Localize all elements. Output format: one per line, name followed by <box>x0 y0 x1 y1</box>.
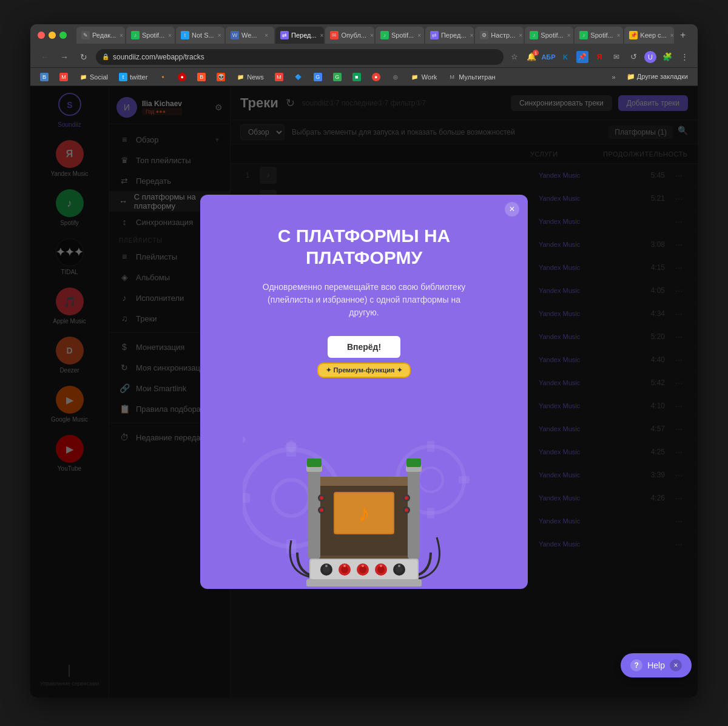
mail-icon[interactable]: ✉ <box>610 51 622 63</box>
modal-close-button[interactable]: × <box>505 202 519 217</box>
address-icons: ☆ 🔔1 АБP K 📌 Я ✉ ↺ U 🧩 ⋮ <box>508 51 690 63</box>
tab-favicon-3: t <box>181 31 189 39</box>
bookmarks-other-folder[interactable]: 📁 Другие закладки <box>623 72 692 82</box>
new-tab-button[interactable]: + <box>675 27 690 44</box>
bookmark-favicon-reddit: 👽 <box>217 73 225 81</box>
tab-close-5[interactable]: × <box>319 32 325 39</box>
modal-description: Одновременно перемещайте всю свою библио… <box>261 281 467 319</box>
forward-button[interactable]: → <box>57 50 72 64</box>
tab-label-11: Spotif... <box>590 32 613 39</box>
bookmark-item3[interactable]: 🔷 <box>291 72 306 82</box>
help-widget[interactable]: ? Help × <box>621 653 692 677</box>
bookmark-star-icon[interactable]: ☆ <box>508 51 521 63</box>
tab-close-6[interactable]: × <box>369 32 374 39</box>
ssl-lock-icon: 🔒 <box>102 53 109 60</box>
tab-close-12[interactable]: × <box>669 32 675 39</box>
url-text: soundiiz.com/webapp/tracks <box>113 53 204 61</box>
url-bar[interactable]: 🔒 soundiiz.com/webapp/tracks <box>96 49 504 65</box>
bookmark-gmail2[interactable]: M <box>271 72 287 82</box>
bookmark-google2[interactable]: G <box>329 72 345 82</box>
svg-point-33 <box>405 496 408 500</box>
tab-close-1[interactable]: × <box>118 32 124 39</box>
tab-label-9: Настр... <box>491 32 515 39</box>
bookmark-item4[interactable]: ● <box>368 72 384 82</box>
svg-point-35 <box>405 508 408 512</box>
tab-close-3[interactable]: × <box>217 32 223 39</box>
bookmark-favicon-social: 📁 <box>79 73 87 81</box>
translate-icon[interactable]: АБP <box>542 51 554 63</box>
bookmark-gmail[interactable]: M <box>56 72 72 82</box>
tab-close-8[interactable]: × <box>468 32 474 39</box>
tab-9[interactable]: ⚙ Настр... × <box>475 27 524 44</box>
svg-rect-23 <box>307 459 322 467</box>
tab-3[interactable]: t Not S... × <box>176 27 224 44</box>
svg-rect-18 <box>315 477 413 486</box>
tab-close-9[interactable]: × <box>517 32 524 39</box>
bookmark-google[interactable]: G <box>310 72 326 82</box>
tab-favicon-4: W <box>231 31 239 39</box>
tab-6[interactable]: ✉ Опубл... × <box>325 27 374 44</box>
kaspersky-icon[interactable]: K <box>559 51 571 63</box>
modal-forward-button[interactable]: Вперёд! <box>328 336 400 358</box>
bookmark-sheets[interactable]: ■ <box>349 72 365 82</box>
bookmark-vk[interactable]: В <box>36 72 52 82</box>
tab-close-11[interactable]: × <box>616 32 622 39</box>
tab-favicon-5: ⇄ <box>280 31 289 39</box>
yandex-icon[interactable]: Я <box>593 51 605 63</box>
tab-10[interactable]: ♪ Spotif... × <box>525 27 573 44</box>
user-avatar-icon[interactable]: U <box>644 51 656 63</box>
tab-favicon-12: 📌 <box>629 31 638 39</box>
tab-8[interactable]: ⇄ Перед... × <box>425 27 474 44</box>
maximize-window-btn[interactable] <box>59 32 67 39</box>
svg-rect-15 <box>459 476 470 483</box>
bookmark-news[interactable]: 📁 News <box>232 72 268 82</box>
extension-icon[interactable]: 📌 <box>576 51 588 63</box>
bookmark-reddit[interactable]: 👽 <box>213 72 229 82</box>
extensions-puzzle-icon[interactable]: 🧩 <box>661 51 673 63</box>
svg-rect-20 <box>408 468 420 559</box>
tab-favicon-11: ♪ <box>579 31 588 39</box>
bookmark-social[interactable]: 📁 Social <box>75 72 112 82</box>
bookmark-item5[interactable]: ◎ <box>388 72 403 82</box>
tab-1[interactable]: ✎ Редак... × <box>76 27 125 44</box>
title-bar: ✎ Редак... × ♪ Spotif... × t Not S... × … <box>30 24 698 46</box>
svg-rect-53 <box>306 579 422 587</box>
bookmark-item2[interactable]: ● <box>174 72 190 82</box>
bookmarks-other-label: Другие закладки <box>637 73 688 80</box>
tab-close-10[interactable]: × <box>566 32 572 39</box>
tab-11[interactable]: ♪ Spotif... × <box>575 27 623 44</box>
svg-rect-24 <box>406 459 421 467</box>
bookmark-work[interactable]: 📁 Work <box>407 72 440 82</box>
browser-window: ✎ Редак... × ♪ Spotif... × t Not S... × … <box>30 24 698 697</box>
close-window-btn[interactable] <box>38 32 45 39</box>
tab-label-4: We... <box>241 32 257 39</box>
minimize-window-btn[interactable] <box>49 32 56 39</box>
tab-12[interactable]: 📌 Keep c... × <box>624 27 674 44</box>
tab-label-6: Опубл... <box>341 32 366 39</box>
bookmark-multitran[interactable]: М Мультитран <box>444 72 499 82</box>
bookmark-favicon-gmail2: M <box>275 73 283 81</box>
tab-5-active[interactable]: ⇄ Перед... × <box>275 27 324 44</box>
refresh-button[interactable]: ↻ <box>76 50 91 64</box>
tab-close-7[interactable]: × <box>416 32 422 39</box>
bookmarks-more-button[interactable]: » <box>608 72 619 82</box>
bookmark-brave[interactable]: B <box>194 72 209 82</box>
tab-2[interactable]: ♪ Spotif... × <box>126 27 175 44</box>
svg-point-46 <box>362 565 364 567</box>
bookmark-item1[interactable]: 🔸 <box>155 72 170 82</box>
bookmark-label-social: Social <box>90 73 108 81</box>
help-close-button[interactable]: × <box>670 659 682 671</box>
tab-favicon-8: ⇄ <box>430 31 439 39</box>
back-button[interactable]: ← <box>38 50 52 64</box>
modal-overlay: × С ПЛАТФОРМЫ НАПЛАТФОРМУ Одновременно п… <box>30 86 698 697</box>
tab-7[interactable]: ♪ Spotif... × <box>376 27 424 44</box>
bookmark-twitter[interactable]: t twitter <box>115 72 151 82</box>
bookmark-favicon-item3: 🔷 <box>294 73 303 81</box>
tab-close-2[interactable]: × <box>167 32 173 39</box>
notifications-icon[interactable]: 🔔1 <box>525 51 538 63</box>
tab-close-4[interactable]: × <box>263 32 269 39</box>
sync-icon[interactable]: ↺ <box>627 51 639 63</box>
bookmark-favicon-gmail: M <box>59 73 68 81</box>
tab-4[interactable]: W We... × <box>226 27 274 44</box>
menu-icon[interactable]: ⋮ <box>678 51 690 63</box>
